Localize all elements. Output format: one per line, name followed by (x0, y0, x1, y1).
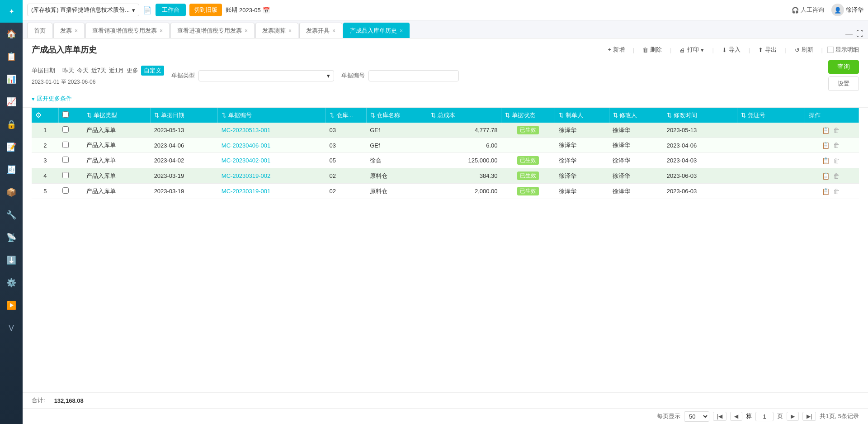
sidebar-item-inventory[interactable]: 📦 (0, 181, 23, 204)
page-number-input[interactable] (755, 412, 774, 421)
sidebar-item-run[interactable]: ▶️ (0, 294, 23, 317)
tab-invoice-issue-close[interactable]: × (332, 28, 335, 34)
delete-row-icon[interactable]: 🗑 (833, 157, 840, 164)
sidebar-item-security[interactable]: 🔒 (0, 113, 23, 136)
row-modify-time: 2023-06-03 (663, 168, 737, 184)
settings-gear-icon[interactable]: ⚙ (35, 111, 42, 119)
col-creator-header: ⇅ 制单人 (555, 108, 609, 123)
tab-invoice-issue[interactable]: 发票开具 × (299, 23, 342, 38)
per-page-select[interactable]: 50 100 200 (684, 411, 709, 422)
delete-row-icon[interactable]: 🗑 (833, 127, 840, 134)
tab-product-history-close[interactable]: × (400, 28, 403, 34)
minimize-button[interactable]: — (845, 30, 853, 38)
user-menu[interactable]: 👤 徐泽华 (831, 4, 863, 16)
app-logo[interactable]: ✦ (0, 0, 23, 23)
show-detail-toggle[interactable]: 显示明细 (827, 46, 859, 54)
sidebar-item-reports[interactable]: 📊 (0, 68, 23, 91)
sidebar-item-records[interactable]: 📝 (0, 136, 23, 158)
row-number-link[interactable]: MC-20230319-001 (222, 188, 270, 195)
new-button[interactable]: + 新增 (604, 44, 628, 56)
prev-page-btn[interactable]: ◀ (730, 412, 742, 421)
last-page-btn[interactable]: ▶| (802, 412, 816, 421)
col-warehouse-code-header: ⇅ 仓库... (326, 108, 367, 123)
select-all-checkbox[interactable] (62, 111, 69, 118)
edit-icon[interactable]: 📋 (822, 172, 830, 180)
row-select-checkbox[interactable] (62, 172, 69, 178)
first-page-btn[interactable]: |◀ (713, 412, 726, 421)
maximize-button[interactable]: ⛶ (856, 30, 863, 38)
date-7days-btn[interactable]: 近7天 (91, 67, 106, 75)
row-select-checkbox[interactable] (62, 142, 69, 148)
expand-filter-btn[interactable]: ▾ 展开更多条件 (32, 95, 859, 103)
refresh-button[interactable]: ↺ 刷新 (791, 44, 817, 56)
show-detail-checkbox[interactable] (827, 47, 834, 53)
set-button[interactable]: 设置 (828, 76, 859, 91)
type-filter-select[interactable]: ▾ (198, 70, 334, 81)
sidebar-item-analysis[interactable]: 📈 (0, 91, 23, 113)
sort-icon[interactable]: ⇅ (741, 112, 746, 119)
sidebar-item-voucher[interactable]: 🧾 (0, 158, 23, 181)
sidebar-item-settings[interactable]: ⚙️ (0, 272, 23, 294)
tab-home[interactable]: 首页 (27, 23, 52, 38)
sidebar-item-download[interactable]: ⬇️ (0, 249, 23, 272)
document-copy-icon[interactable]: 📄 (143, 6, 152, 14)
row-number-link[interactable]: MC-20230402-001 (222, 157, 270, 164)
sidebar-item-home[interactable]: 🏠 (0, 23, 23, 45)
edit-icon[interactable]: 📋 (822, 127, 830, 134)
date-more-btn[interactable]: 更多 (127, 67, 138, 75)
tab-check-sales-close[interactable]: × (160, 28, 163, 34)
sort-icon[interactable]: ⇅ (330, 112, 335, 119)
sort-icon[interactable]: ⇅ (222, 112, 226, 119)
query-button[interactable]: 查询 (828, 60, 859, 74)
tab-invoice-close[interactable]: × (75, 28, 78, 34)
sidebar-item-version[interactable]: V (0, 317, 23, 339)
tab-product-history[interactable]: 产成品入库单历史 × (343, 23, 410, 38)
delete-row-icon[interactable]: 🗑 (833, 142, 840, 149)
delete-button[interactable]: 🗑 删除 (639, 44, 665, 56)
sort-icon[interactable]: ⇅ (505, 112, 510, 119)
sort-icon[interactable]: ⇅ (154, 112, 159, 119)
delete-row-icon[interactable]: 🗑 (833, 188, 840, 195)
service-button[interactable]: 🎧 人工咨询 (792, 6, 824, 14)
switch-old-button[interactable]: 切到旧版 (189, 4, 222, 16)
tab-invoice-calc[interactable]: 发票测算 × (255, 23, 298, 38)
row-select-checkbox[interactable] (62, 157, 69, 163)
next-page-btn[interactable]: ▶ (787, 412, 799, 421)
delete-row-icon[interactable]: 🗑 (833, 172, 840, 180)
edit-icon[interactable]: 📋 (822, 188, 830, 195)
tab-check-sales[interactable]: 查看销项增值税专用发票 × (85, 23, 170, 38)
row-number-link[interactable]: MC-20230319-002 (222, 172, 270, 179)
sidebar-item-documents[interactable]: 📋 (0, 45, 23, 68)
sort-icon[interactable]: ⇅ (87, 112, 92, 119)
edit-icon[interactable]: 📋 (822, 142, 830, 149)
calendar-icon[interactable]: 📅 (263, 7, 270, 14)
number-filter-input[interactable] (368, 70, 459, 81)
sort-icon[interactable]: ⇅ (559, 112, 564, 119)
sidebar-item-data[interactable]: 📡 (0, 226, 23, 249)
export-button[interactable]: ⬆ 导出 (755, 44, 780, 56)
date-yesterday-btn[interactable]: 昨天 (62, 67, 74, 75)
tab-invoice-calc-close[interactable]: × (288, 28, 292, 34)
row-number-link[interactable]: MC-20230406-001 (222, 142, 270, 149)
edit-icon[interactable]: 📋 (822, 157, 830, 164)
row-select-checkbox[interactable] (62, 187, 69, 194)
row-select-checkbox[interactable] (62, 126, 69, 133)
date-1month-btn[interactable]: 近1月 (109, 67, 124, 75)
row-number-link[interactable]: MC-20230513-001 (222, 127, 270, 133)
tab-check-purchase[interactable]: 查看进项增值税专用发票 × (170, 23, 255, 38)
date-custom-btn[interactable]: 自定义 (141, 66, 164, 76)
print-button[interactable]: 🖨 打印 ▾ (676, 44, 708, 56)
tab-invoice[interactable]: 发票 × (53, 23, 85, 38)
sort-icon[interactable]: ⇅ (431, 112, 436, 119)
import-button[interactable]: ⬇ 导入 (718, 44, 744, 56)
tab-check-purchase-close[interactable]: × (245, 28, 248, 34)
col-settings[interactable]: ⚙ (32, 108, 59, 123)
main-content: 产成品入库单历史 + 新增 | 🗑 删除 | 🖨 打印 ▾ | ⬇ 导入 | ⬆… (23, 38, 868, 424)
sort-icon[interactable]: ⇅ (370, 112, 375, 119)
company-selector[interactable]: (库存核算) 直播轻捷通信息技术股份... ▾ (27, 4, 139, 16)
sort-icon[interactable]: ⇅ (613, 112, 618, 119)
date-today-btn[interactable]: 今天 (77, 67, 89, 75)
sort-icon[interactable]: ⇅ (667, 112, 672, 119)
sidebar-item-tools[interactable]: 🔧 (0, 204, 23, 226)
workspace-button[interactable]: 工作台 (156, 4, 186, 16)
